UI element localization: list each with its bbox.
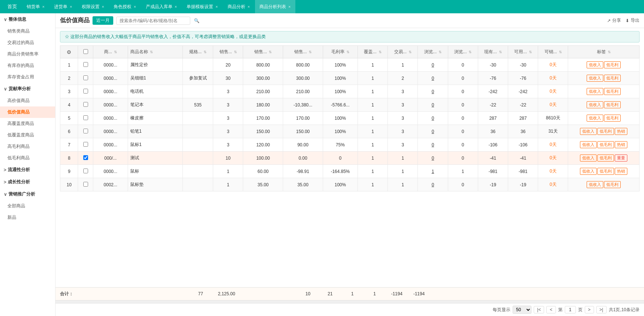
close-template-tab[interactable]: × [215, 4, 218, 9]
row-checkbox[interactable] [78, 85, 93, 98]
sidebar-section-overall[interactable]: ∨ 整体信息 [0, 13, 55, 26]
browse-count1[interactable]: 0 [418, 58, 448, 72]
th-sale-amount[interactable]: 销售... ⇅ [243, 46, 283, 58]
th-gear[interactable]: ⚙ [60, 46, 78, 58]
th-sale-qty[interactable]: 销售... ⇅ [213, 46, 243, 58]
next-page-button[interactable]: > [585, 306, 594, 313]
page-size-select[interactable]: 50 100 200 [513, 306, 531, 314]
row-checkbox[interactable] [78, 178, 93, 191]
gear-icon[interactable]: ⚙ [67, 49, 71, 55]
browse-count1[interactable]: 0 [418, 85, 448, 98]
browse-count1[interactable]: 0 [418, 178, 448, 191]
browse-count1[interactable]: 0 [418, 138, 448, 152]
row-select-checkbox[interactable] [83, 89, 88, 94]
prev-page-button[interactable]: < [546, 306, 556, 313]
browse-link[interactable]: 0 [432, 142, 434, 147]
close-analysis-list-tab[interactable]: × [288, 4, 291, 9]
sidebar-section-liquidity[interactable]: > 流通性分析 [0, 164, 55, 176]
nav-sales[interactable]: 销货单 × [22, 0, 49, 13]
close-analysis-tab[interactable]: × [248, 4, 250, 9]
browse-link[interactable]: 0 [432, 89, 434, 94]
sidebar-section-contribution[interactable]: ∨ 贡献率分析 [0, 83, 55, 95]
export-button[interactable]: ⬇ 导出 [625, 17, 640, 24]
browse-link[interactable]: 0 [432, 182, 434, 187]
row-select-checkbox[interactable] [83, 142, 88, 147]
nav-product-inbound[interactable]: 产成品入库单 × [141, 0, 181, 13]
period-button[interactable]: 近一月 [93, 16, 113, 25]
sidebar-section-growth[interactable]: > 成长性分析 [0, 176, 55, 188]
sidebar-item-sales-products[interactable]: 销售类商品 [0, 26, 55, 37]
th-trade[interactable]: 交易... ⇅ [388, 46, 418, 58]
nav-auth-setting[interactable]: 权限设置 × [77, 0, 108, 13]
row-checkbox[interactable] [78, 152, 93, 165]
sidebar-item-traded-products[interactable]: 交易过的商品 [0, 37, 55, 48]
sidebar-item-low-value[interactable]: 低价值商品 [0, 106, 55, 118]
sidebar-section-marketing[interactable]: ∨ 营销推广分析 [0, 188, 55, 200]
th-tags[interactable]: 标签 ⇅ [568, 46, 640, 58]
row-select-checkbox[interactable] [83, 102, 88, 107]
browse-link[interactable]: 0 [432, 116, 434, 121]
close-role-tab[interactable]: × [134, 4, 136, 9]
row-select-checkbox[interactable] [83, 182, 88, 187]
nav-role-auth[interactable]: 角色授权 × [109, 0, 140, 13]
sidebar-item-category-sales-rate[interactable]: 商品分类销售率 [0, 48, 55, 60]
browse-link[interactable]: 0 [432, 62, 434, 68]
row-checkbox[interactable] [78, 98, 93, 112]
row-select-checkbox[interactable] [83, 62, 88, 67]
nav-product-analysis[interactable]: 商品分析 × [223, 0, 254, 13]
share-button[interactable]: ↗ 分享 [607, 17, 621, 24]
browse-count1[interactable]: 0 [418, 98, 448, 112]
th-sale-profit[interactable]: 销售... ⇅ [283, 46, 323, 58]
sidebar-item-low-coverage[interactable]: 低覆盖度商品 [0, 129, 55, 141]
nav-home[interactable]: 首页 [3, 0, 21, 13]
close-purchase-tab[interactable]: × [70, 4, 72, 9]
browse-count1[interactable]: 1 [418, 165, 448, 178]
th-margin[interactable]: 毛利率 ⇅ [323, 46, 358, 58]
row-checkbox[interactable] [78, 72, 93, 85]
nav-product-analysis-list[interactable]: 商品分析列表 × [255, 0, 295, 13]
horizontal-scrollbar[interactable] [56, 300, 644, 303]
sidebar-item-high-value[interactable]: 高价值商品 [0, 95, 55, 106]
browse-link[interactable]: 0 [432, 129, 434, 134]
sidebar-item-low-margin[interactable]: 低毛利商品 [0, 152, 55, 164]
sidebar-item-new-products[interactable]: 新品 [0, 212, 55, 223]
browse-link[interactable]: 0 [432, 76, 434, 81]
row-checkbox[interactable] [78, 165, 93, 178]
row-select-checkbox[interactable] [83, 169, 88, 173]
sidebar-item-high-margin[interactable]: 高毛利商品 [0, 141, 55, 152]
sidebar-item-all-products[interactable]: 全部商品 [0, 200, 55, 212]
th-spec[interactable]: 规格... ⇅ [183, 46, 213, 58]
sidebar-item-inventory-capital[interactable]: 库存资金占用 [0, 71, 55, 83]
row-checkbox[interactable] [78, 125, 93, 138]
browse-count1[interactable]: 0 [418, 112, 448, 125]
th-avail[interactable]: 可用... ⇅ [508, 46, 538, 58]
th-cover[interactable]: 覆盖... ⇅ [358, 46, 388, 58]
row-checkbox[interactable] [78, 112, 93, 125]
select-all-checkbox[interactable] [83, 49, 88, 54]
th-browse1[interactable]: 浏览... ⇅ [418, 46, 448, 58]
th-saleable[interactable]: 可销... ⇅ [538, 46, 568, 58]
browse-link[interactable]: 0 [432, 156, 434, 161]
row-select-checkbox[interactable] [83, 155, 88, 160]
sidebar-item-high-coverage[interactable]: 高覆盖度商品 [0, 118, 55, 129]
row-checkbox[interactable] [78, 138, 93, 152]
browse-count1[interactable]: 0 [418, 152, 448, 165]
row-checkbox[interactable] [78, 58, 93, 72]
close-sales-tab[interactable]: × [42, 4, 44, 9]
close-auth-tab[interactable]: × [102, 4, 104, 9]
sidebar-item-stocked-products[interactable]: 有库存的商品 [0, 60, 55, 71]
th-browse2[interactable]: 浏览... ⇅ [448, 46, 478, 58]
first-page-button[interactable]: |< [534, 306, 544, 313]
row-select-checkbox[interactable] [83, 75, 88, 80]
nav-purchase[interactable]: 进货单 × [50, 0, 76, 13]
th-stock[interactable]: 现有... ⇅ [478, 46, 508, 58]
th-name[interactable]: 商品名称 ⇅ [128, 46, 183, 58]
browse-count1[interactable]: 0 [418, 125, 448, 138]
row-select-checkbox[interactable] [83, 129, 88, 133]
last-page-button[interactable]: >| [596, 306, 607, 313]
search-input[interactable] [116, 17, 190, 25]
th-code[interactable]: 商... ⇅ [93, 46, 128, 58]
row-select-checkbox[interactable] [83, 115, 88, 120]
close-inbound-tab[interactable]: × [175, 4, 177, 9]
browse-link[interactable]: 1 [432, 169, 434, 174]
